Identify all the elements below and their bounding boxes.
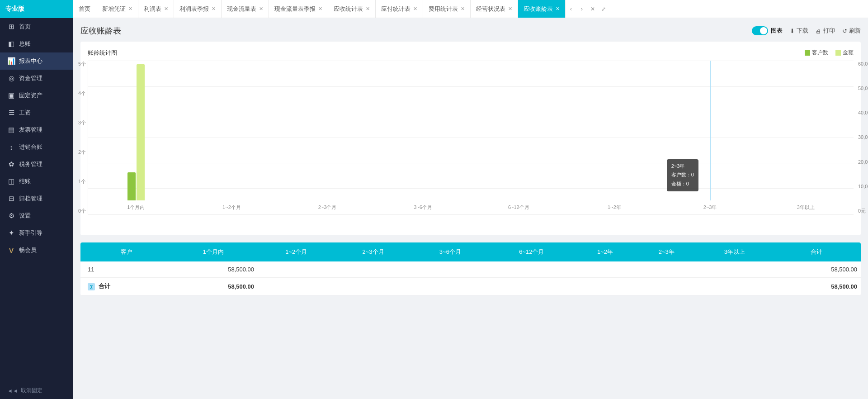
tab-close-ap-stat[interactable]: ✕: [413, 6, 417, 11]
app-logo: 专业版: [0, 0, 73, 18]
bar-group-0: [88, 61, 184, 200]
sidebar-item-sales[interactable]: ↕ 进销台账: [0, 138, 73, 156]
cell-m12: [258, 261, 335, 278]
main-panel: 首页 新增凭证 ✕ 利润表 ✕ 利润表季报 ✕ 现金流量表 ✕ 现金流量表季报 …: [73, 0, 868, 399]
tab-voucher[interactable]: 新增凭证 ✕: [97, 0, 138, 18]
x-label-0: 1个月内: [88, 200, 184, 214]
tab-close-biz-stat[interactable]: ✕: [508, 6, 512, 11]
tab-close-profit[interactable]: ✕: [164, 6, 168, 11]
sidebar-item-tax[interactable]: ✿ 税务管理: [0, 156, 73, 173]
cell-total: 58,500.00: [772, 261, 861, 278]
chart-tooltip: 2~3年 客户数：0 金额：0: [667, 159, 698, 191]
tab-close-cashflow-quarter[interactable]: ✕: [318, 6, 322, 11]
table-row: 11 58,500.00 58,500.00: [80, 261, 861, 278]
tab-ar-aging[interactable]: 应收账龄表 ✕: [518, 0, 566, 18]
header-actions: 图表 ⬇ 下载 🖨 打印 ↺ 刷新: [752, 26, 861, 35]
tab-close-voucher[interactable]: ✕: [128, 6, 132, 11]
guide-icon: ✦: [7, 229, 15, 237]
tooltip-customers: 客户数：0: [671, 171, 694, 180]
download-icon: ⬇: [790, 28, 795, 34]
x-label-4: 6~12个月: [471, 200, 567, 214]
chart-card: 账龄统计图 客户数 金额 5个 4个 3个 2个 1个: [80, 42, 861, 235]
tab-profit-quarter[interactable]: 利润表季报 ✕: [174, 0, 222, 18]
tab-expand-button[interactable]: ⤢: [598, 0, 609, 18]
legend-amount-dot: [835, 50, 841, 56]
sidebar-item-archive[interactable]: ⊟ 归档管理: [0, 190, 73, 207]
bar-group-3: [375, 61, 471, 200]
col-header-m612: 6~12个月: [489, 242, 575, 261]
sidebar-item-guide[interactable]: ✦ 新手引导: [0, 224, 73, 242]
tab-close-expense-stat[interactable]: ✕: [461, 6, 465, 11]
print-button[interactable]: 🖨 打印: [816, 27, 835, 35]
tab-biz-stat[interactable]: 经营状况表 ✕: [471, 0, 518, 18]
sidebar-item-vip[interactable]: V 畅会员: [0, 242, 73, 259]
tab-close-ar-aging[interactable]: ✕: [556, 6, 560, 11]
reports-icon: 📊: [7, 57, 15, 65]
sidebar-item-ledger[interactable]: ◧ 总账: [0, 35, 73, 52]
chart-title: 账龄统计图: [88, 49, 854, 57]
col-header-y3plus: 3年以上: [697, 242, 772, 261]
ledger-icon: ◧: [7, 40, 15, 48]
toggle-pin-button[interactable]: ◄◄ 取消固定: [0, 382, 73, 399]
chart-toggle[interactable]: 图表: [752, 26, 783, 35]
x-label-6: 2~3年: [662, 200, 758, 214]
y-axis-left: 5个 4个 3个 2个 1个 0个: [73, 61, 86, 214]
tab-profit[interactable]: 利润表 ✕: [138, 0, 174, 18]
cursor-line: [710, 61, 711, 200]
x-label-5: 1~2年: [566, 200, 662, 214]
cell-total-sum: 58,500.00: [772, 278, 861, 295]
cell-m23: [335, 261, 411, 278]
data-table: 客户 1个月内 1~2个月 2~3个月 3~6个月 6~12个月 1~2年 2~…: [80, 242, 861, 295]
refresh-button[interactable]: ↺ 刷新: [842, 27, 861, 35]
sidebar-item-settings[interactable]: ⚙ 设置: [0, 207, 73, 224]
cell-total-m12: [258, 278, 335, 295]
tax-icon: ✿: [7, 160, 15, 168]
tab-close-ar-stat[interactable]: ✕: [366, 6, 370, 11]
x-label-7: 3年以上: [758, 200, 854, 214]
tab-close-profit-quarter[interactable]: ✕: [212, 6, 216, 11]
funds-icon: ◎: [7, 74, 15, 82]
tab-expense-stat[interactable]: 费用统计表 ✕: [423, 0, 471, 18]
x-label-1: 1~2个月: [184, 200, 280, 214]
sidebar-item-funds[interactable]: ◎ 资金管理: [0, 70, 73, 87]
col-header-y23: 2~3年: [636, 242, 697, 261]
bars-container: 2~3年 客户数：0 金额：0: [88, 61, 854, 200]
sidebar-item-salary[interactable]: ☰ 工资: [0, 104, 73, 121]
toggle-track[interactable]: [752, 26, 768, 35]
close-account-icon: ◫: [7, 177, 15, 185]
print-icon: 🖨: [816, 28, 821, 34]
cell-total-y23: [636, 278, 697, 295]
tab-bar: 首页 新增凭证 ✕ 利润表 ✕ 利润表季报 ✕ 现金流量表 ✕ 现金流量表季报 …: [73, 0, 868, 18]
tab-home[interactable]: 首页: [75, 0, 97, 18]
legend-amount: 金额: [835, 49, 854, 57]
cell-total-y3plus: [697, 278, 772, 295]
salary-icon: ☰: [7, 109, 15, 117]
cell-total-label: ∑ 合计: [80, 278, 169, 295]
cell-y23: [636, 261, 697, 278]
toggle-thumb: [760, 27, 767, 34]
tab-cashflow[interactable]: 现金流量表 ✕: [222, 0, 269, 18]
tab-prev-button[interactable]: ‹: [566, 0, 576, 18]
legend-customers-dot: [805, 50, 810, 56]
page-content: 应收账龄表 图表 ⬇ 下载 🖨 打印 ↺ 刷新: [73, 18, 868, 399]
tab-next-button[interactable]: ›: [576, 0, 587, 18]
sidebar-item-close[interactable]: ◫ 结账: [0, 173, 73, 190]
sidebar-item-assets[interactable]: ▣ 固定资产: [0, 87, 73, 104]
x-labels: 1个月内 1~2个月 2~3个月 3~6个月 6~12个月 1~2年 2~3年 …: [88, 200, 854, 214]
sidebar-item-reports[interactable]: 📊 报表中心: [0, 52, 73, 70]
tab-ap-stat[interactable]: 应付统计表 ✕: [376, 0, 423, 18]
refresh-icon: ↺: [842, 28, 847, 34]
download-button[interactable]: ⬇ 下载: [790, 27, 808, 35]
cell-total-m1: 58,500.00: [169, 278, 258, 295]
cell-customer: 11: [80, 261, 169, 278]
col-header-total: 合计: [772, 242, 861, 261]
tab-cashflow-quarter[interactable]: 现金流量表季报 ✕: [269, 0, 328, 18]
sidebar-item-invoice[interactable]: ▤ 发票管理: [0, 121, 73, 138]
cell-y3plus: [697, 261, 772, 278]
col-header-y12: 1~2年: [575, 242, 636, 261]
bar-group-5: [566, 61, 662, 200]
sidebar-item-home[interactable]: ⊞ 首页: [0, 18, 73, 35]
tab-ar-stat[interactable]: 应收统计表 ✕: [328, 0, 376, 18]
tab-close-all-button[interactable]: ✕: [587, 0, 598, 18]
tab-close-cashflow[interactable]: ✕: [259, 6, 263, 11]
